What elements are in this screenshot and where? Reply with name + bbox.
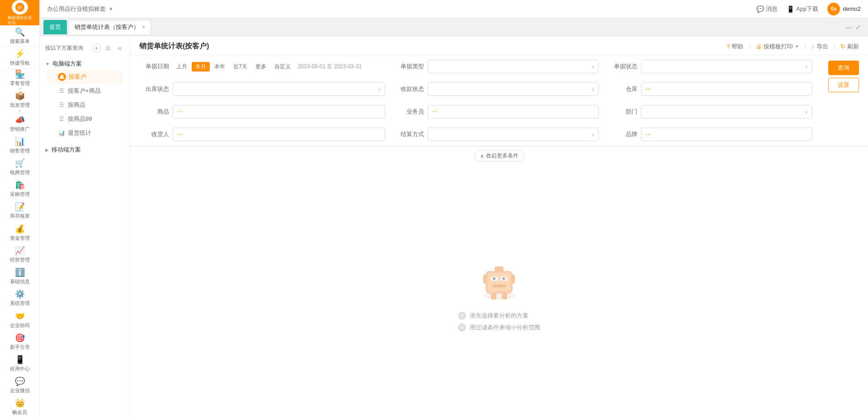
- product99-icon: ☰: [58, 115, 65, 123]
- sidebar-item-basics[interactable]: ℹ️ 基础信息: [0, 266, 40, 287]
- header-right: 💬 消息 📱 App下载 Ea demo2: [756, 3, 861, 15]
- step-2-num: ②: [458, 323, 466, 332]
- scheme-item-return-stats[interactable]: 📊 退货统计: [47, 126, 123, 140]
- collect-status-select[interactable]: ∨: [428, 82, 599, 96]
- sidebar-item-retail[interactable]: 🏪 零售管理 ▼: [0, 69, 40, 91]
- date-tab-7days[interactable]: 近7天: [230, 62, 251, 71]
- filter-row-1: 单据日期 上月 本月 本年 近7天 更多 自定义 20: [130, 55, 819, 73]
- scheme-header: 按以下方案查询 + ⊙ «: [40, 40, 130, 56]
- svg-rect-12: [483, 275, 487, 284]
- btn-group: 查询 设置: [819, 55, 868, 146]
- product-select[interactable]: ···: [173, 105, 385, 119]
- date-tab-this-year[interactable]: 本年: [211, 62, 229, 71]
- sidebar-item-wholesale[interactable]: 📦 批发管理 ▲: [0, 91, 40, 113]
- date-label: 单据日期: [137, 62, 169, 71]
- operations-icon: 📈: [15, 246, 25, 256]
- scheme-item-by-product[interactable]: ☰ 按商品: [47, 98, 123, 112]
- sidebar-item-ecommerce[interactable]: 🛒 电商管理: [0, 156, 40, 178]
- scheme-settings-button[interactable]: ⊙: [104, 43, 113, 52]
- return-stats-icon: 📊: [58, 129, 65, 137]
- date-tab-more[interactable]: 更多: [252, 62, 270, 71]
- salesperson-select[interactable]: ···: [428, 105, 599, 119]
- product-icon: ☰: [58, 101, 65, 109]
- system-icon: ⚙️: [15, 289, 25, 299]
- sidebar-item-operations[interactable]: 📈 经营管理: [0, 243, 40, 265]
- ecommerce-icon: 🛒: [15, 158, 25, 168]
- doc-status-select[interactable]: ∨: [641, 60, 812, 73]
- print-icon: 🖨: [756, 43, 762, 50]
- tab-home[interactable]: 首页: [43, 20, 67, 34]
- member-icon: 👑: [15, 398, 25, 408]
- tab-minimize-icon[interactable]: —: [845, 24, 852, 31]
- help-button[interactable]: ? 帮助: [726, 43, 743, 51]
- tab-close-icon[interactable]: ×: [142, 24, 145, 30]
- filter-row-4: 收货人 ··· 结算方式 ∨: [130, 124, 819, 146]
- doc-type-select[interactable]: ∨: [428, 60, 599, 73]
- tab-maximize-icon[interactable]: ⤢: [855, 24, 861, 31]
- scheme-collapse-button[interactable]: «: [115, 43, 124, 52]
- sidebar-item-sales[interactable]: 📊 销售管理: [0, 134, 40, 156]
- query-button[interactable]: 查询: [828, 61, 859, 75]
- scheme-category-mobile: ▶ 移动端方案: [40, 142, 130, 157]
- payment-label: 结算方式: [392, 130, 424, 138]
- search-icon: 🔍: [15, 27, 25, 37]
- sidebar-item-inventory[interactable]: 📝 库存核算: [0, 200, 40, 222]
- svg-rect-13: [511, 275, 515, 284]
- logo[interactable]: 好 畅捷通好生意 标版: [0, 0, 40, 25]
- receiver-ellipsis: ···: [177, 130, 183, 138]
- warehouse-select[interactable]: ···: [641, 82, 812, 96]
- svg-rect-5: [488, 273, 510, 291]
- sidebar-item-appcenter[interactable]: 📱 应用中心: [0, 352, 40, 374]
- breadcrumb-arrow[interactable]: ▾: [109, 5, 113, 12]
- scheme-item-by-product-99[interactable]: ☰ 按商品99: [47, 112, 123, 126]
- receiver-select[interactable]: ···: [173, 128, 385, 141]
- export-button[interactable]: ↓ 导出: [811, 43, 828, 51]
- tab-sales-stat[interactable]: 销货单统计表（按客户） ×: [69, 20, 151, 34]
- scheme-category-header-mobile[interactable]: ▶ 移动端方案: [45, 144, 124, 156]
- sidebar-item-newbie[interactable]: 🎯 新手引导: [0, 331, 40, 352]
- filter-row-2: 出库状态 ∨ 收款状态 ∨: [130, 79, 819, 96]
- download-icon: 📱: [787, 5, 794, 13]
- out-status-select[interactable]: ∨: [173, 82, 385, 96]
- sidebar-item-finance[interactable]: 💰 资金管理: [0, 222, 40, 243]
- sidebar-item-purchase[interactable]: 🛍️ 采购管理: [0, 178, 40, 200]
- out-status-arrow: ∨: [378, 87, 381, 92]
- svg-text:好: 好: [18, 5, 22, 10]
- date-tab-custom[interactable]: 自定义: [271, 62, 294, 71]
- filter-collect-status: 收款状态 ∨: [392, 82, 599, 96]
- collapse-bar[interactable]: ∧ 收起更多条件: [130, 146, 868, 165]
- sidebar-item-member[interactable]: 👑 畅会员: [0, 396, 40, 418]
- payment-select[interactable]: ∨: [428, 128, 599, 141]
- refresh-button[interactable]: ↻ 刷新: [840, 43, 859, 51]
- print-button[interactable]: 🖨 按模板打印 ▼: [756, 43, 799, 51]
- message-button[interactable]: 💬 消息: [756, 5, 778, 13]
- sidebar-item-wechat[interactable]: 💬 企业微信: [0, 375, 40, 396]
- settings-button[interactable]: 设置: [828, 78, 859, 92]
- app-download-button[interactable]: 📱 App下载: [787, 5, 818, 13]
- scheme-item-by-customer[interactable]: 按客户: [47, 70, 123, 84]
- purchase-icon: 🛍️: [15, 180, 25, 190]
- header-left: 办公用品行业模拟账套 ▾: [47, 5, 113, 13]
- scheme-add-button[interactable]: +: [92, 43, 101, 52]
- user-area[interactable]: Ea demo2: [827, 3, 861, 15]
- department-select[interactable]: ∨: [641, 105, 812, 119]
- collapse-btn[interactable]: ∧ 收起更多条件: [474, 150, 524, 162]
- date-tab-last-month[interactable]: 上月: [173, 62, 191, 71]
- sidebar-item-system[interactable]: ⚙️ 系统管理: [0, 287, 40, 309]
- date-tab-this-month[interactable]: 本月: [192, 62, 210, 71]
- sidebar-item-search[interactable]: 🔍 搜索菜单: [0, 25, 40, 47]
- brand-select[interactable]: ···: [641, 128, 812, 141]
- wechat-icon: 💬: [15, 376, 25, 386]
- sidebar: 好 畅捷通好生意 标版 🔍 搜索菜单 ⚡ 快捷导航 🏪 零售管理 ▼ 📦 批发管…: [0, 0, 40, 418]
- page-title: 销货单统计表(按客户): [139, 42, 209, 51]
- step-1-num: ①: [458, 312, 466, 320]
- sidebar-item-quick-nav[interactable]: ⚡ 快捷导航: [0, 47, 40, 69]
- svg-rect-15: [502, 293, 507, 299]
- tab-sales-stat-label: 销货单统计表（按客户）: [75, 23, 139, 31]
- scheme-category-header-desktop[interactable]: ▼ 电脑端方案: [45, 58, 124, 70]
- avatar: Ea: [827, 3, 840, 15]
- scheme-item-by-customer-product[interactable]: ☰ 按客户+商品: [47, 84, 123, 98]
- quick-nav-icon: ⚡: [15, 49, 25, 59]
- sidebar-item-marketing[interactable]: 📣 营销推广: [0, 113, 40, 134]
- sidebar-item-enterprise[interactable]: 🤝 企业协同: [0, 309, 40, 331]
